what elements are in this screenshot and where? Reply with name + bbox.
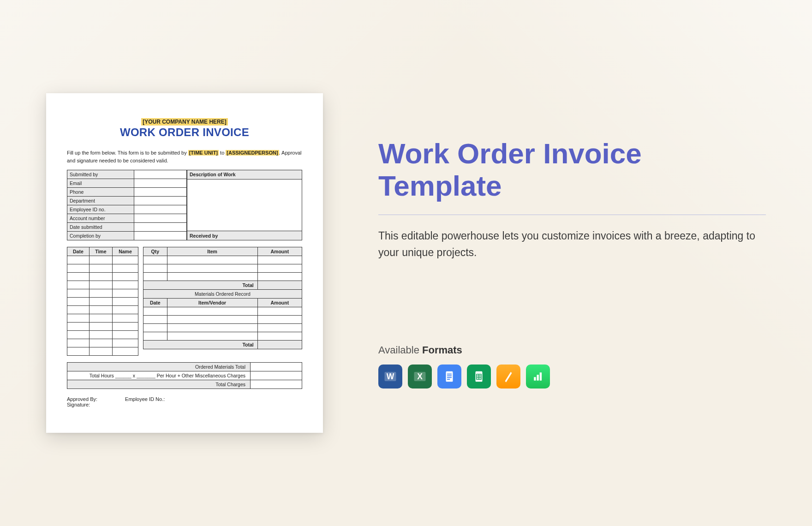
info-section: Submitted by Email Phone Department Empl… <box>67 170 302 240</box>
promo-panel: Work Order Invoice Template This editabl… <box>369 137 775 388</box>
format-icons: W X <box>378 365 766 389</box>
template-title: Work Order Invoice Template <box>378 137 766 202</box>
google-sheets-icon[interactable] <box>467 365 491 389</box>
document-preview: [YOUR COMPANY NAME HERE] WORK ORDER INVO… <box>37 93 332 433</box>
company-name-placeholder: [YOUR COMPANY NAME HERE] <box>67 119 302 125</box>
google-docs-icon[interactable] <box>437 365 461 389</box>
svg-rect-8 <box>447 379 450 380</box>
items-table: QtyItemAmount Total Materials Ordered Re… <box>143 247 302 349</box>
svg-text:X: X <box>417 372 423 381</box>
instruction-text: Fill up the form below. This form is to … <box>67 149 302 164</box>
formats-label: Available Formats <box>378 344 766 356</box>
svg-text:W: W <box>387 372 394 381</box>
svg-rect-14 <box>534 377 536 381</box>
word-icon[interactable]: W <box>378 365 402 389</box>
excel-icon[interactable]: X <box>408 365 432 389</box>
title-divider <box>378 215 766 215</box>
signature-section: Approved By: Signature: Employee ID No.: <box>67 396 302 407</box>
invoice-page: [YOUR COMPANY NAME HERE] WORK ORDER INVO… <box>46 93 323 433</box>
svg-rect-6 <box>447 375 452 376</box>
svg-rect-7 <box>447 377 452 378</box>
time-log-table: DateTimeName <box>67 247 138 356</box>
svg-rect-15 <box>537 375 539 381</box>
numbers-icon[interactable] <box>526 365 550 389</box>
description-table: Description of Work Received by <box>187 170 302 240</box>
svg-rect-4 <box>446 371 453 382</box>
svg-rect-5 <box>447 373 452 374</box>
template-description: This editable powerhouse lets you custom… <box>378 228 766 261</box>
totals-section: Ordered Materials Total Total Hours ____… <box>67 362 302 389</box>
svg-rect-16 <box>540 372 542 381</box>
submitter-info-table: Submitted by Email Phone Department Empl… <box>67 170 187 240</box>
document-title: WORK ORDER INVOICE <box>67 126 302 139</box>
line-items-section: DateTimeName QtyItemAmount Total Materia… <box>67 247 302 356</box>
pages-icon[interactable] <box>496 365 520 389</box>
